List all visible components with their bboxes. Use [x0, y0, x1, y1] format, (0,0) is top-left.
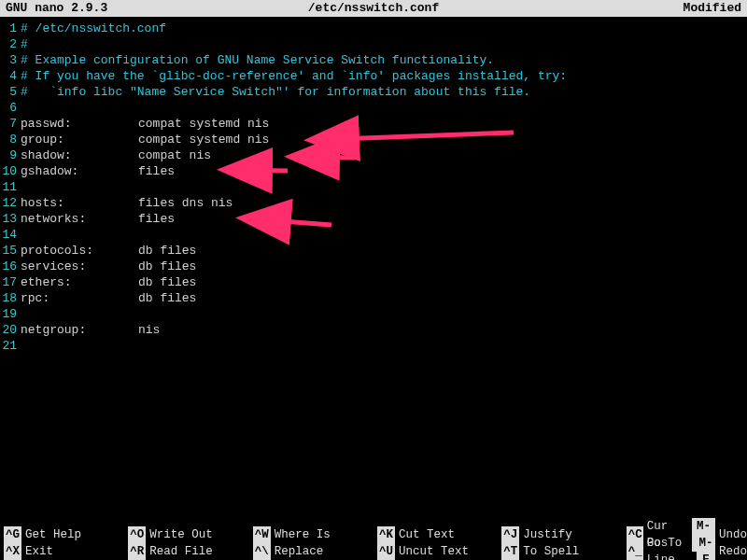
editor-line[interactable]: 1# /etc/nsswitch.conf	[0, 21, 747, 36]
editor-line[interactable]: 11	[0, 179, 747, 195]
shortcut-item: ^\Replace	[249, 543, 374, 560]
shortcut-item: ^OWrite Out	[124, 526, 248, 543]
shortcut-key: ^\	[253, 543, 271, 560]
editor-line[interactable]: 14	[0, 227, 747, 243]
editor-area[interactable]: 1# /etc/nsswitch.conf2#3# Example config…	[0, 17, 747, 521]
config-line: protocols:db files	[21, 243, 196, 259]
line-number: 10	[0, 163, 21, 179]
line-number: 19	[0, 306, 21, 322]
line-number: 11	[0, 179, 21, 195]
editor-line[interactable]: 16services:db files	[0, 259, 747, 274]
shortcut-label: Replace	[275, 543, 324, 560]
config-key: passwd:	[21, 116, 138, 132]
editor-line[interactable]: 3# Example configuration of GNU Name Ser…	[0, 52, 747, 68]
config-key: shadow:	[21, 147, 138, 163]
shortcut-label: Get Help	[25, 526, 81, 543]
editor-line[interactable]: 13networks:files	[0, 211, 747, 227]
editor-line[interactable]: 9shadow:compat nis	[0, 147, 747, 163]
title-bar: GNU nano 2.9.3 /etc/nsswitch.conf Modifi…	[0, 0, 747, 17]
editor-line[interactable]: 19	[0, 306, 747, 322]
line-number: 8	[0, 132, 21, 147]
config-value: db files	[138, 291, 196, 305]
line-number: 3	[0, 52, 21, 68]
shortcut-item: ^GGet Help	[0, 526, 124, 543]
line-number: 16	[0, 259, 21, 274]
shortcut-item: ^TTo Spell	[498, 543, 622, 560]
shortcut-item: ^KCut Text	[374, 526, 498, 543]
config-value: db files	[138, 244, 196, 258]
config-value: compat systemd nis	[138, 117, 269, 131]
editor-line[interactable]: 5# `info libc "Name Service Switch"' for…	[0, 84, 747, 100]
comment-text: # If you have the `glibc-doc-reference' …	[21, 68, 567, 84]
config-key: protocols:	[21, 243, 138, 259]
shortcut-key: ^J	[501, 526, 519, 543]
config-key: networks:	[21, 211, 138, 227]
editor-line[interactable]: 4# If you have the `glibc-doc-reference'…	[0, 68, 747, 84]
editor-line[interactable]: 17ethers:db files	[0, 274, 747, 290]
shortcut-item: ^RRead File	[124, 543, 248, 560]
line-number: 6	[0, 100, 21, 116]
config-line: networks:files	[21, 211, 175, 227]
config-value: db files	[138, 259, 196, 273]
line-number: 20	[0, 322, 21, 338]
config-value: nis	[138, 323, 160, 337]
editor-line[interactable]: 7passwd:compat systemd nis	[0, 116, 747, 132]
shortcut-label: Exit	[25, 543, 53, 560]
shortcut-label: Go To Line	[647, 535, 697, 560]
shortcut-label: Justify	[523, 526, 572, 543]
config-value: compat nis	[138, 148, 211, 162]
shortcut-key: ^W	[253, 526, 271, 543]
shortcut-label: Read File	[149, 543, 213, 560]
config-line: hosts:files dns nis	[21, 195, 233, 211]
config-value: compat systemd nis	[138, 133, 269, 147]
line-number: 18	[0, 290, 21, 306]
file-path: /etc/nsswitch.conf	[308, 1, 439, 15]
config-key: ethers:	[21, 274, 138, 290]
config-key: netgroup:	[21, 322, 138, 338]
config-value: db files	[138, 275, 196, 289]
editor-line[interactable]: 10gshadow:files	[0, 163, 747, 179]
shortcut-label: To Spell	[523, 543, 579, 560]
editor-line[interactable]: 2#	[0, 36, 747, 52]
line-number: 12	[0, 195, 21, 211]
shortcut-key: ^R	[128, 543, 146, 560]
editor-line[interactable]: 18rpc:db files	[0, 290, 747, 306]
shortcut-label: Where Is	[275, 526, 331, 543]
shortcut-key: ^T	[501, 543, 519, 560]
config-key: services:	[21, 259, 138, 274]
config-line: rpc:db files	[21, 290, 196, 306]
line-number: 4	[0, 68, 21, 84]
shortcut-item: ^WWhere Is	[249, 526, 374, 543]
line-number: 14	[0, 227, 21, 243]
config-line: ethers:db files	[21, 274, 196, 290]
config-line: passwd:compat systemd nis	[21, 116, 269, 132]
shortcut-item: ^XExit	[0, 543, 124, 560]
line-number: 2	[0, 36, 21, 52]
shortcut-label: Undo	[719, 526, 747, 543]
editor-line[interactable]: 12hosts:files dns nis	[0, 195, 747, 211]
comment-text: #	[21, 36, 28, 52]
shortcut-label: Uncut Text	[399, 543, 469, 560]
config-line: group:compat systemd nis	[21, 132, 269, 147]
line-number: 15	[0, 243, 21, 259]
app-name: GNU nano 2.9.3	[6, 1, 107, 16]
shortcut-key: ^X	[4, 543, 21, 560]
editor-line[interactable]: 8group:compat systemd nis	[0, 132, 747, 147]
editor-line[interactable]: 20netgroup:nis	[0, 322, 747, 338]
config-line: shadow:compat nis	[21, 147, 211, 163]
shortcut-key: M-E	[697, 535, 715, 560]
shortcut-label: Redo	[719, 543, 747, 560]
shortcut-item: ^UUncut Text	[374, 543, 498, 560]
config-line: netgroup:nis	[21, 322, 160, 338]
config-value: files	[138, 164, 175, 178]
editor-line[interactable]: 6	[0, 100, 747, 116]
line-number: 9	[0, 147, 21, 163]
shortcut-key: ^G	[4, 526, 21, 543]
line-number: 21	[0, 338, 21, 354]
line-number: 5	[0, 84, 21, 100]
config-value: files dns nis	[138, 196, 233, 210]
line-number: 7	[0, 116, 21, 132]
editor-line[interactable]: 21	[0, 338, 747, 354]
editor-line[interactable]: 15protocols:db files	[0, 243, 747, 259]
comment-text: # `info libc "Name Service Switch"' for …	[21, 84, 530, 100]
